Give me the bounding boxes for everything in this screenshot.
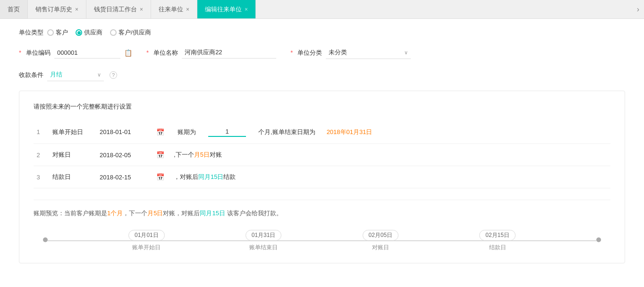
step-1-num: 1 bbox=[34, 128, 43, 135]
step-2-row: 2 对账日 2018-02-05 📅 ,下一个月5日对账 bbox=[34, 144, 610, 166]
preview-section: 账期预览：当前客户账期是1个月，下一个月5日对账，对账后同月15日 该客户会给我… bbox=[34, 200, 610, 219]
preview-text: 账期预览：当前客户账期是1个月，下一个月5日对账，对账后同月15日 该客户会给我… bbox=[34, 208, 610, 219]
page-content: 单位类型 客户 供应商 客户/供应商 * 单位编码 bbox=[0, 19, 644, 287]
timeline-dot-start bbox=[43, 237, 48, 242]
step-3-num: 3 bbox=[34, 174, 43, 181]
payment-help-icon[interactable]: ? bbox=[110, 71, 117, 79]
timeline-items: 01月01日 账单开始日 01月31日 账单结束日 02月05日 对账日 02月… bbox=[43, 230, 601, 252]
payment-arrow: ∨ bbox=[97, 72, 101, 78]
payment-field: 收款条件 月结 ∨ ? bbox=[19, 68, 117, 81]
payment-value: 月结 bbox=[50, 70, 94, 79]
timeline-label-2: 账单结束日 bbox=[249, 244, 278, 252]
step-1-period-input[interactable] bbox=[208, 127, 246, 137]
radio-both-circle bbox=[110, 29, 117, 36]
step-1-calendar-icon[interactable]: 📅 bbox=[156, 128, 164, 136]
radio-customer-circle bbox=[47, 29, 54, 36]
unit-category-label: 单位分类 bbox=[297, 49, 322, 57]
step-3-calendar-icon[interactable]: 📅 bbox=[156, 173, 164, 181]
step-1-period-date: 2018年01月31日 bbox=[327, 128, 373, 136]
step-2-suffix: 对账 bbox=[210, 151, 222, 158]
radio-both[interactable]: 客户/供应商 bbox=[110, 28, 151, 37]
timeline-item-2: 01月31日 账单结束日 bbox=[246, 230, 282, 252]
period-section: 请按照未来的一个完整帐期进行设置 1 账单开始日 2018-01-01 📅 账期… bbox=[19, 91, 625, 263]
step-2-date: 2018-02-05 bbox=[100, 152, 147, 159]
timeline-badge-3: 02月05日 bbox=[363, 230, 399, 241]
step-1-period-unit: 个月,账单结束日期为 bbox=[258, 128, 315, 136]
payment-select[interactable]: 月结 ∨ bbox=[47, 68, 104, 81]
tab-cash-work-label: 钱货日清工作台 bbox=[94, 5, 137, 14]
unit-code-label: 单位编码 bbox=[26, 49, 51, 57]
radio-supplier-label: 供应商 bbox=[84, 28, 102, 37]
preview-part3-end: 该客户会给我打款。 bbox=[227, 210, 282, 217]
step-2-calendar-icon[interactable]: 📅 bbox=[156, 151, 164, 159]
step-2-num: 2 bbox=[34, 152, 43, 159]
step-1-date: 2018-01-01 bbox=[100, 128, 147, 135]
unit-code-icon[interactable]: 📋 bbox=[124, 49, 132, 57]
unit-type-label: 单位类型 bbox=[19, 28, 43, 37]
unit-name-input[interactable] bbox=[182, 47, 276, 59]
step-1-name: 账单开始日 bbox=[52, 128, 90, 136]
unit-category-arrow: ∨ bbox=[404, 50, 408, 56]
radio-supplier-circle bbox=[76, 29, 82, 36]
payment-label: 收款条件 bbox=[19, 71, 43, 79]
step-2-highlight: 月5日 bbox=[194, 151, 210, 158]
radio-customer-label: 客户 bbox=[56, 28, 68, 37]
unit-code-input[interactable] bbox=[54, 47, 120, 59]
timeline-label-3: 对账日 bbox=[372, 244, 389, 252]
timeline-start-dot bbox=[43, 237, 48, 242]
tab-home[interactable]: 首页 bbox=[0, 0, 28, 18]
timeline-end-dot bbox=[596, 237, 601, 242]
unit-category-field: * 单位分类 未分类 ∨ bbox=[290, 46, 411, 59]
step-3-highlight: 同月15日 bbox=[198, 173, 223, 180]
unit-category-select[interactable]: 未分类 ∨ bbox=[326, 46, 411, 59]
close-partner-icon[interactable]: × bbox=[186, 6, 189, 13]
preview-part3: 同月15日 bbox=[200, 210, 225, 217]
unit-code-field: * 单位编码 📋 bbox=[19, 47, 132, 59]
unit-name-field: * 单位名称 bbox=[146, 47, 276, 59]
tab-home-label: 首页 bbox=[8, 5, 20, 14]
timeline-badge-4: 02月15日 bbox=[479, 230, 516, 241]
preview-part2: 月5日 bbox=[147, 210, 163, 217]
timeline: 01月01日 账单开始日 01月31日 账单结束日 02月05日 对账日 02月… bbox=[34, 230, 610, 252]
step-3-date: 2018-02-15 bbox=[100, 174, 147, 181]
preview-label: 账期预览：当前客户账期是 bbox=[34, 210, 107, 217]
tab-sales-history[interactable]: 销售订单历史 × bbox=[28, 0, 86, 18]
tab-cash-work[interactable]: 钱货日清工作台 × bbox=[86, 0, 151, 18]
tab-partner-label: 往来单位 bbox=[159, 5, 183, 14]
timeline-item-4: 02月15日 结款日 bbox=[479, 230, 516, 252]
tab-edit-partner[interactable]: 编辑往来单位 × bbox=[197, 0, 256, 18]
unit-type-row: 单位类型 客户 供应商 客户/供应商 bbox=[19, 28, 625, 37]
radio-customer[interactable]: 客户 bbox=[47, 28, 68, 37]
timeline-badge-2: 01月31日 bbox=[246, 230, 282, 241]
timeline-item-1: 01月01日 账单开始日 bbox=[128, 230, 165, 252]
timeline-badge-1: 01月01日 bbox=[128, 230, 165, 241]
unit-type-radios: 客户 供应商 客户/供应商 bbox=[47, 28, 151, 37]
close-cash-work-icon[interactable]: × bbox=[140, 6, 143, 13]
close-sales-history-icon[interactable]: × bbox=[75, 6, 78, 13]
section-title: 请按照未来的一个完整帐期进行设置 bbox=[34, 102, 610, 111]
unit-code-star: * bbox=[19, 49, 21, 56]
preview-part2-mid: 对账，对账后 bbox=[163, 210, 200, 217]
unit-category-value: 未分类 bbox=[329, 48, 401, 57]
step-2-desc: ,下一个月5日对账 bbox=[174, 151, 222, 159]
unit-name-label: 单位名称 bbox=[153, 49, 178, 57]
step-3-desc: ，对账后同月15日结款 bbox=[174, 173, 236, 181]
step-3-row: 3 结款日 2018-02-15 📅 ，对账后同月15日结款 bbox=[34, 166, 610, 188]
tab-sales-history-label: 销售订单历史 bbox=[35, 5, 72, 14]
step-1-row: 1 账单开始日 2018-01-01 📅 账期为 个月,账单结束日期为 2018… bbox=[34, 120, 610, 144]
step-3-prefix: ，对账后 bbox=[174, 173, 198, 180]
timeline-dot-end bbox=[596, 237, 601, 242]
unit-type-field: 单位类型 客户 供应商 客户/供应商 bbox=[19, 28, 151, 37]
tab-partner[interactable]: 往来单位 × bbox=[151, 0, 197, 18]
close-edit-partner-icon[interactable]: × bbox=[245, 6, 248, 13]
tab-more-button[interactable]: › bbox=[632, 0, 644, 18]
step-2-name: 对账日 bbox=[52, 151, 90, 159]
timeline-label-4: 结款日 bbox=[489, 244, 506, 252]
step-3-suffix: 结款 bbox=[223, 173, 236, 180]
step-3-name: 结款日 bbox=[52, 173, 90, 181]
radio-supplier[interactable]: 供应商 bbox=[76, 28, 102, 37]
timeline-label-1: 账单开始日 bbox=[132, 244, 161, 252]
radio-both-label: 客户/供应商 bbox=[119, 28, 151, 37]
unit-info-row: * 单位编码 📋 * 单位名称 * 单位分类 未分类 ∨ bbox=[19, 46, 625, 59]
tab-bar: 首页 销售订单历史 × 钱货日清工作台 × 往来单位 × 编辑往来单位 × › bbox=[0, 0, 644, 19]
